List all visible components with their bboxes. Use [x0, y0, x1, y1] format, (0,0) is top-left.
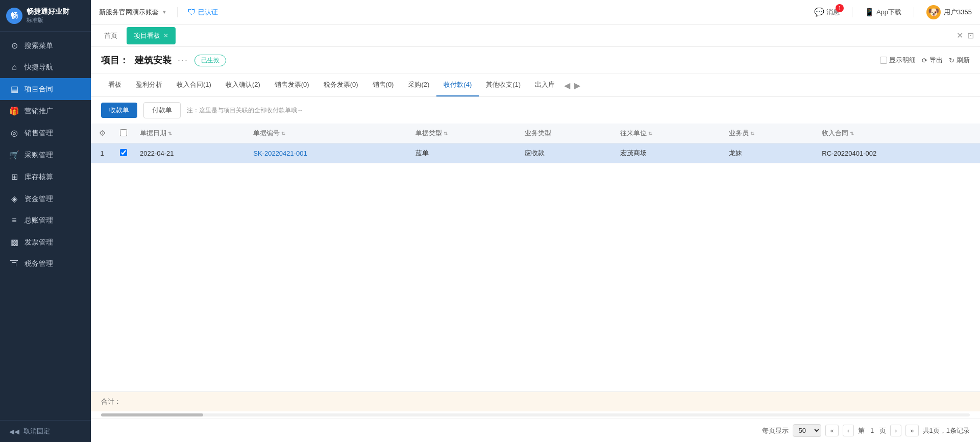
sort-date-icon[interactable]: ⇅ — [168, 131, 172, 136]
project-header: 项目： 建筑安装 ··· 已生效 显示明细 ⟳ 导出 ↻ 刷新 — [91, 47, 980, 74]
tab-controls: ✕ ⊡ — [957, 31, 974, 40]
sort-number-icon[interactable]: ⇅ — [281, 131, 285, 136]
table-row[interactable]: 1 2022-04-21 SK-20220421-001 蓝单 应收款 宏茂商场… — [91, 143, 980, 163]
sidebar-item-label: 资金管理 — [24, 194, 53, 204]
payment-btn[interactable]: 付款单 — [143, 102, 181, 118]
user-menu[interactable]: 🐶 用户3355 — [926, 5, 972, 19]
sort-contract-icon[interactable]: ⇅ — [850, 131, 854, 136]
page-indicator: 第 1 页 — [858, 426, 886, 435]
app-logo-icon: 畅 — [6, 8, 22, 24]
sub-nav-next[interactable]: ▶ — [572, 81, 582, 90]
sidebar-item-ledger[interactable]: ≡ 总账管理 — [0, 210, 91, 231]
sub-nav-profit[interactable]: 盈利分析 — [129, 74, 169, 96]
scrollbar-thumb[interactable] — [101, 413, 203, 416]
sidebar-item-marketing[interactable]: 🎁 营销推广 — [0, 100, 91, 122]
sub-nav-sales[interactable]: 销售(0) — [365, 74, 401, 96]
sub-nav-kanban[interactable]: 看板 — [101, 74, 129, 96]
sub-nav-tax-invoice[interactable]: 税务发票(0) — [316, 74, 365, 96]
col-biz-type: 业务类型 — [519, 124, 614, 143]
sidebar-item-invoice[interactable]: ▩ 发票管理 — [0, 231, 91, 253]
tax-icon: ⛩ — [9, 259, 19, 268]
project-actions: 显示明细 ⟳ 导出 ↻ 刷新 — [880, 56, 970, 65]
tab-bar: 首页 项目看板 ✕ ✕ ⊡ — [91, 24, 980, 47]
sub-nav-inout[interactable]: 出入库 — [528, 74, 562, 96]
tab-kanban-label: 项目看板 — [134, 31, 160, 40]
project-label-prefix: 项目： — [101, 54, 129, 66]
prev-page-btn[interactable]: ‹ — [843, 425, 854, 436]
sub-nav-sales-invoice[interactable]: 销售发票(0) — [267, 74, 316, 96]
tab-kanban[interactable]: 项目看板 ✕ — [127, 27, 176, 44]
sub-nav-payment[interactable]: 收付款(4) — [436, 74, 479, 96]
col-type: 单据类型⇅ — [409, 124, 519, 143]
export-button[interactable]: ⟳ 导出 — [922, 56, 943, 65]
row-checkbox[interactable] — [120, 149, 127, 156]
tab-home[interactable]: 首页 — [97, 27, 125, 44]
sidebar-nav: ⊙ 搜索菜单 ⌂ 快捷导航 ▤ 项目合同 🎁 营销推广 ◎ 销售管理 🛒 采购管… — [0, 32, 91, 420]
row-salesman: 龙妹 — [723, 143, 816, 163]
sidebar-item-label: 搜索菜单 — [24, 41, 53, 51]
sidebar-item-label: 库存核算 — [24, 173, 53, 182]
receipt-btn[interactable]: 收款单 — [101, 103, 137, 118]
verified-badge: 🛡 已认证 — [188, 8, 218, 17]
ledger-icon: ≡ — [9, 216, 19, 225]
main-area: 新服务官网演示账套 ▼ 🛡 已认证 💬 消息 1 📱 App下载 🐶 — [91, 0, 980, 442]
refresh-button[interactable]: ↻ 刷新 — [949, 56, 970, 65]
phone-icon: 📱 — [865, 8, 874, 17]
sidebar-item-label: 快捷导航 — [24, 63, 53, 72]
verified-label: 已认证 — [198, 8, 218, 17]
row-type: 蓝单 — [409, 143, 519, 163]
sidebar-item-project[interactable]: ▤ 项目合同 — [0, 78, 91, 100]
sidebar-item-label: 销售管理 — [24, 129, 53, 138]
show-detail-label: 显示明细 — [889, 56, 916, 65]
first-page-btn[interactable]: « — [825, 425, 838, 436]
sub-nav-prev[interactable]: ◀ — [562, 81, 572, 90]
unpin-icon: ◀◀ — [9, 428, 19, 435]
show-detail-toggle[interactable]: 显示明细 — [880, 56, 916, 65]
sidebar-item-tax[interactable]: ⛩ 税务管理 — [0, 253, 91, 275]
message-button[interactable]: 💬 消息 1 — [814, 7, 840, 17]
row-biz-type: 应收款 — [519, 143, 614, 163]
sub-nav-income-contract[interactable]: 收入合同(1) — [169, 74, 218, 96]
col-counterpart: 往来单位⇅ — [614, 124, 723, 143]
sidebar-item-inventory[interactable]: ⊞ 库存核算 — [0, 166, 91, 188]
page-suffix: 页 — [879, 427, 886, 434]
tab-close-icon[interactable]: ✕ — [163, 32, 168, 39]
column-settings-icon[interactable]: ⚙ — [99, 129, 106, 137]
sidebar-item-sales[interactable]: ◎ 销售管理 — [0, 122, 91, 144]
project-more-button[interactable]: ··· — [178, 55, 188, 66]
app-download-button[interactable]: 📱 App下载 — [865, 8, 901, 17]
sub-nav-income-confirm[interactable]: 收入确认(2) — [218, 74, 267, 96]
sidebar-item-label: 发票管理 — [24, 238, 53, 247]
per-page-select[interactable]: 50 100 200 — [793, 424, 821, 437]
sub-nav-other[interactable]: 其他收支(1) — [479, 74, 528, 96]
sidebar-item-search[interactable]: ⊙ 搜索菜单 — [0, 35, 91, 57]
sub-nav-purchase[interactable]: 采购(2) — [401, 74, 436, 96]
row-index: 1 — [91, 143, 113, 163]
table-header-row: ⚙ 单据日期⇅ 单据编号⇅ 单据类型⇅ — [91, 124, 980, 143]
sort-type-icon[interactable]: ⇅ — [444, 131, 448, 136]
next-page-btn[interactable]: › — [890, 425, 901, 436]
data-table: ⚙ 单据日期⇅ 单据编号⇅ 单据类型⇅ — [91, 124, 980, 163]
select-all-checkbox[interactable] — [120, 129, 127, 136]
maximize-window-button[interactable]: ⊡ — [967, 31, 974, 40]
message-badge: 1 — [836, 4, 844, 12]
invoice-icon: ▩ — [9, 237, 19, 247]
avatar: 🐶 — [926, 5, 941, 19]
project-icon: ▤ — [9, 84, 19, 94]
sidebar-item-funds[interactable]: ◈ 资金管理 — [0, 188, 91, 210]
total-info: 共1页，1条记录 — [923, 426, 970, 435]
last-page-btn[interactable]: » — [905, 425, 918, 436]
close-window-button[interactable]: ✕ — [957, 31, 963, 40]
pagination: 每页显示 50 100 200 « ‹ 第 1 页 › » 共1页，1条记录 — [91, 419, 980, 442]
row-number-link[interactable]: SK-20220421-001 — [253, 150, 307, 157]
sort-counterpart-icon[interactable]: ⇅ — [648, 131, 652, 136]
col-date: 单据日期⇅ — [134, 124, 247, 143]
sidebar-item-purchase[interactable]: 🛒 采购管理 — [0, 144, 91, 166]
sidebar-item-quicknav[interactable]: ⌂ 快捷导航 — [0, 57, 91, 78]
sidebar-unpin-button[interactable]: ◀◀ 取消固定 — [0, 420, 91, 442]
account-selector[interactable]: 新服务官网演示账套 ▼ — [99, 8, 167, 17]
account-dropdown-icon[interactable]: ▼ — [162, 9, 167, 15]
show-detail-checkbox[interactable] — [880, 57, 887, 64]
sort-salesman-icon[interactable]: ⇅ — [750, 131, 754, 136]
app-download-label: App下载 — [876, 8, 901, 17]
